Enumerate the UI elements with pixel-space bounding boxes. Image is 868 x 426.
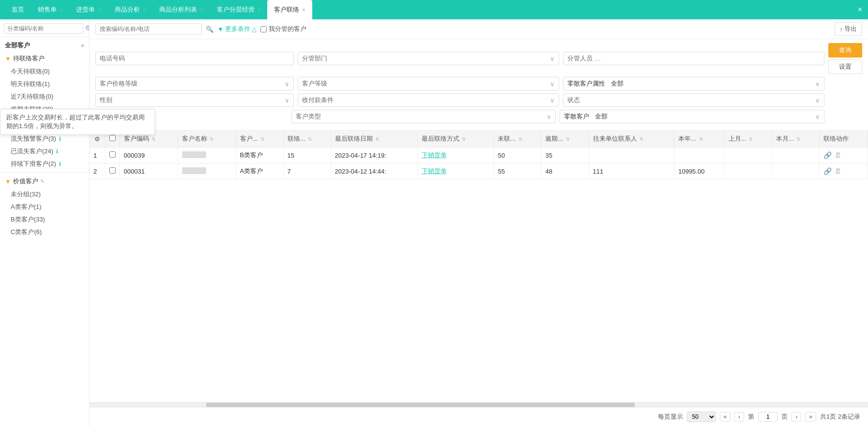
name-sort-icon[interactable]: ⇅ [210,136,213,142]
close-sales-tab[interactable]: × [60,7,62,13]
retail-customer-filter: 零散客户 全部 ∨ [560,110,824,123]
td-ctype-1: B类客户 [236,147,283,163]
sidebar-item-today[interactable]: 今天待联络(0) [0,65,89,78]
td-lmethod-1[interactable]: 下销货单 [417,147,494,163]
td-name-1 [178,147,236,163]
table-settings-icon[interactable]: ⚙ [94,135,100,143]
last-page-btn[interactable]: » [805,412,816,422]
lost-info-icon: ℹ [56,148,58,154]
value-arrow-icon: ▼ [5,178,11,185]
nav-goods-analysis-list[interactable]: 商品分析列表 × [152,0,210,19]
sidebar-search-input[interactable] [4,23,83,34]
payment-terms-filter[interactable]: 收付款条件 ∨ [298,93,559,107]
row1-checkbox[interactable] [109,151,116,158]
td-check-2[interactable] [105,163,120,179]
chevron-up-icon: △ [252,26,257,33]
nav-purchase[interactable]: 进货单 × [69,0,107,19]
search-input[interactable] [95,23,202,35]
page-label: 第 [748,412,754,421]
td-lmethod-2[interactable]: 下销货单 [417,163,494,179]
query-button[interactable]: 查询 [828,43,862,58]
lm-sort-icon[interactable]: ⇅ [749,136,753,142]
nocontact-sort-icon[interactable]: ⇅ [518,136,522,142]
td-ty-2: 10995.00 [674,163,724,179]
filter-row-1: 电话号码 分管部门 ∨ 分管人员 ... 查询 设置 [95,43,862,74]
nav-sales[interactable]: 销售单 × [31,0,69,19]
person-more-icon[interactable]: ... [593,54,603,63]
td-index-1: 1 [90,147,105,163]
horizontal-scrollbar[interactable] [90,402,868,407]
close-goods-analysis-list-tab[interactable]: × [200,7,203,13]
status-chevron-icon: ∨ [815,97,820,104]
continuous-info-icon: ℹ [59,161,61,167]
sidebar-collapse-btn[interactable]: » [81,42,84,49]
sidebar-item-class-a[interactable]: A类客户(1) [0,201,89,213]
td-name-2 [178,163,236,179]
calendar-icon-2[interactable]: 🗓 [835,167,841,175]
first-page-btn[interactable]: « [720,412,731,422]
gender-filter[interactable]: 性别 ∨ [95,93,294,107]
tooltip-box: 距客户上次交易时长，超过了此客户的平均交易周期的1.5倍，则视为异常。 [90,109,155,135]
sidebar-item-ungrouped[interactable]: 未分组(32) [0,188,89,201]
sidebar-item-tomorrow[interactable]: 明天待联络(1) [0,78,89,90]
cp-sort-icon[interactable]: ⇅ [640,136,643,142]
code-sort-icon[interactable]: ⇅ [152,136,155,142]
close-customer-contact-tab[interactable]: × [302,7,305,13]
row2-checkbox[interactable] [109,167,116,174]
sidebar-item-continuous-down[interactable]: 持续下滑客户(2) ℹ [0,158,89,170]
ccount-sort-icon[interactable]: ⇅ [308,136,312,142]
sidebar-item-class-c[interactable]: C类客户(6) [0,226,89,238]
filter-search-icon[interactable]: 🔍 [206,26,213,33]
ty-sort-icon[interactable]: ⇅ [699,136,703,142]
td-check-1[interactable] [105,147,120,163]
my-customers-checkbox[interactable] [260,26,267,32]
phone-filter[interactable]: 电话号码 [95,52,294,65]
td-overdue-1: 35 [541,147,589,163]
nav-goods-analysis[interactable]: 商品分析 × [108,0,152,19]
close-goods-analysis-tab[interactable]: × [143,7,146,13]
link-icon-1[interactable]: 🔗 [823,151,832,159]
tm-sort-icon[interactable]: ⇅ [796,136,800,142]
pending-contact-group[interactable]: ▼ 待联络客户 [0,52,89,65]
window-close-button[interactable]: × [858,5,862,14]
more-conditions-btn[interactable]: ▼ 更多条件 △ [217,25,257,33]
nav-customer-contact[interactable]: 客户联络 × [267,0,312,19]
value-customer-group[interactable]: ▼ 价值客户 ✎ [0,175,89,188]
select-all-checkbox[interactable] [109,135,116,141]
sidebar-search-area: 🔍 [0,19,89,37]
overdue-sort-icon[interactable]: ⇅ [566,136,570,142]
sidebar-search-icon[interactable]: 🔍 [85,25,90,32]
retail-cust-chevron-icon: ∨ [815,113,820,120]
sidebar-item-lost[interactable]: 已流失客户(24) ℹ [0,145,89,158]
status-filter[interactable]: 状态 ∨ [563,93,824,107]
calendar-icon-1[interactable]: 🗓 [835,151,841,159]
close-purchase-tab[interactable]: × [98,7,101,13]
settings-button[interactable]: 设置 [828,59,862,74]
td-ccount-1: 15 [283,147,331,163]
value-edit-icon[interactable]: ✎ [40,178,45,185]
td-code-2: 000031 [120,163,178,179]
ldate-sort-icon[interactable]: ⇅ [375,136,379,142]
dept-chevron-icon: ∨ [550,55,555,62]
nav-customer-layered[interactable]: 客户分层经营 × [210,0,267,19]
nav-home[interactable]: 首页 [5,0,31,19]
price-level-filter[interactable]: 客户价格等级 ∨ [95,77,294,90]
ctype-sort-icon[interactable]: ⇅ [260,136,264,142]
department-filter[interactable]: 分管部门 ∨ [298,52,559,65]
link-icon-2[interactable]: 🔗 [823,167,832,175]
lmethod-sort-icon[interactable]: ⇅ [462,136,466,142]
per-page-select[interactable]: 50 20 100 [687,411,716,422]
page-input[interactable] [758,412,777,422]
customer-level-filter[interactable]: 客户等级 ∨ [298,77,559,90]
advanced-filter: 电话号码 分管部门 ∨ 分管人员 ... 查询 设置 客户价格等级 [90,39,868,131]
sidebar-item-class-b[interactable]: B类客户(33) [0,213,89,226]
export-button[interactable]: ↑ 导出 [835,22,863,36]
close-customer-layered-tab[interactable]: × [258,7,260,13]
customer-type-filter[interactable]: 客户类型 ∨ [291,110,556,123]
scrollbar-thumb[interactable] [206,403,634,407]
prev-page-btn[interactable]: ‹ [734,412,744,422]
th-overdue: 逾期... ⇅ [541,131,589,147]
next-page-btn[interactable]: › [792,412,801,422]
person-filter[interactable]: 分管人员 ... [563,52,824,65]
sidebar-item-7days[interactable]: 近7天待联络(0) [0,90,89,103]
